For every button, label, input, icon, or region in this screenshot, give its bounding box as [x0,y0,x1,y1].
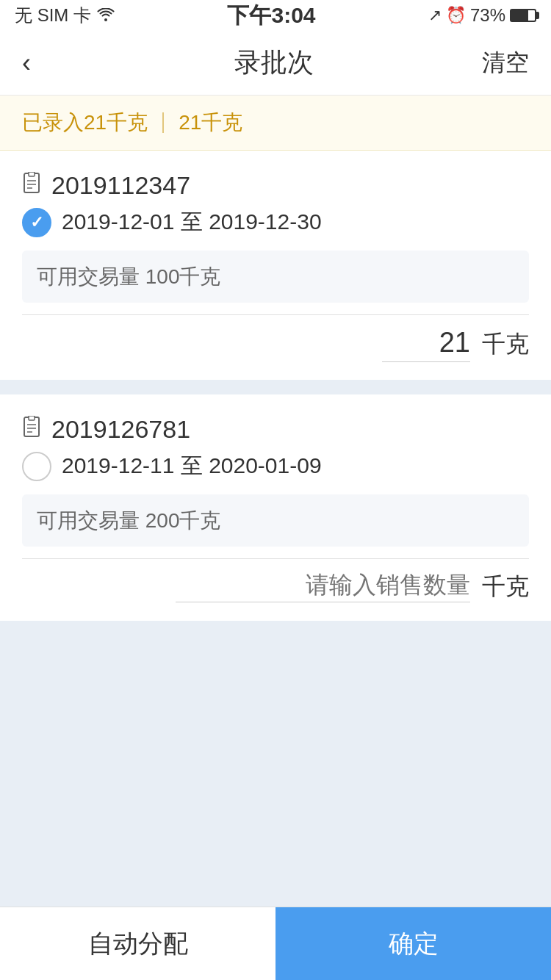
batch-1-id: 2019112347 [51,171,190,200]
batch-1-id-icon [22,172,44,199]
batch-2-id: 2019126781 [51,415,190,444]
status-left: 无 SIM 卡 [15,4,115,27]
status-bar: 无 SIM 卡 下午3:04 ↗ ⏰ 73% [0,0,551,31]
batch-1-quantity-value: 21 [439,327,470,358]
batch-2-input-row: 千克 [0,559,551,621]
batch-1-date-row[interactable]: ✓ 2019-12-01 至 2019-12-30 [0,207,551,245]
wifi-icon [97,5,115,26]
location-icon: ↗ [428,6,442,25]
svg-rect-6 [29,416,35,420]
batch-item-2: 2019126781 2019-12-11 至 2020-01-09 可用交易量… [0,394,551,621]
clear-button[interactable]: 清空 [482,47,529,79]
auto-distribute-button[interactable]: 自动分配 [0,907,276,980]
batch-1-checkmark: ✓ [30,213,43,232]
batch-1-quantity-row: 21 千克 [0,315,551,380]
info-label: 已录入21千克 [22,109,148,137]
batch-1-quantity-wrap: 21 [382,327,470,362]
keyboard-area [0,621,551,915]
batch-2-radio[interactable] [22,452,51,481]
batch-2-header: 2019126781 [0,394,551,451]
main-content: 已录入21千克 21千克 2019112347 ✓ 2019-12-01 至 2… [0,96,551,980]
batch-item-1: 2019112347 ✓ 2019-12-01 至 2019-12-30 可用交… [0,151,551,380]
batch-1-available-text: 可用交易量 100千克 [37,265,221,288]
batch-1-unit: 千克 [482,328,529,361]
info-divider [162,112,164,133]
svg-rect-1 [29,172,35,176]
batch-1-date: 2019-12-01 至 2019-12-30 [62,207,322,237]
bottom-bar: 自动分配 确定 [0,907,551,980]
carrier-text: 无 SIM 卡 [15,4,91,27]
batch-2-available-text: 可用交易量 200千克 [37,509,221,532]
back-button[interactable]: ‹ [22,48,66,79]
batch-2-quantity-input[interactable] [176,572,470,602]
batch-2-unit: 千克 [482,571,529,603]
section-gap [0,380,551,394]
battery-icon [510,9,536,22]
battery-percent: 73% [470,5,505,26]
batch-2-date-row[interactable]: 2019-12-11 至 2020-01-09 [0,451,551,489]
confirm-button[interactable]: 确定 [276,907,551,980]
batch-1-available: 可用交易量 100千克 [22,251,529,303]
info-banner: 已录入21千克 21千克 [0,96,551,151]
alarm-icon: ⏰ [446,6,466,25]
batch-1-radio[interactable]: ✓ [22,208,51,237]
batch-1-header: 2019112347 [0,151,551,207]
info-value: 21千克 [179,109,242,137]
batch-2-available: 可用交易量 200千克 [22,494,529,547]
page-title: 录批次 [234,45,314,81]
status-time: 下午3:04 [227,1,315,31]
batch-2-id-icon [22,416,44,443]
nav-bar: ‹ 录批次 清空 [0,31,551,96]
status-right: ↗ ⏰ 73% [428,5,536,26]
batch-2-date: 2019-12-11 至 2020-01-09 [62,451,322,481]
